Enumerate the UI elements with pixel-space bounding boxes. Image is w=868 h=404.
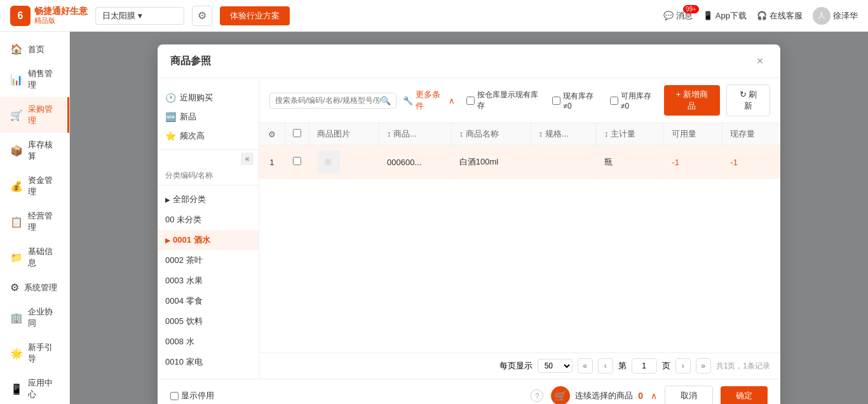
home-icon: 🏠 [10,43,23,55]
cat-beverage[interactable]: 0005 饮料 [158,311,259,332]
show-disabled-check[interactable]: 显示停用 [170,390,214,401]
modal-footer: 显示停用 ? 🛒 连续选择的商品 0 ∧ 取消 确定 [158,379,780,404]
service-button[interactable]: 🎧 在线客服 [757,10,803,22]
add-product-button[interactable]: + 新增商品 [664,85,721,116]
col-spec[interactable]: ↕ 规格... [531,123,596,145]
chevron-up-icon: ∧ [449,96,455,105]
user-area[interactable]: 人 徐泽华 [813,7,858,25]
sidebar-item-purchase[interactable]: 🛒 采购管理 [0,97,69,133]
quick-link-new[interactable]: 🆕 新品 [158,107,259,126]
sidebar-item-basic-info[interactable]: 📁 基础信息 [0,239,69,275]
cancel-button[interactable]: 取消 [665,386,713,404]
product-table: ⚙ 商品图片 ↕ 商品... ↕ 商品名称 ↕ 规格... ↕ 主计量 可用量 [259,123,780,179]
cat-liquor[interactable]: ▶ 0001 酒水 [158,230,259,250]
filter-icon: 🔧 [403,96,413,105]
col-name[interactable]: ↕ 商品名称 [451,123,531,145]
col-code[interactable]: ↕ 商品... [379,123,452,145]
filter-checkboxes: 按仓库显示现有库存 现有库存≠0 可用库存≠0 [466,90,657,111]
sidebar-item-inventory[interactable]: 📦 库存核算 [0,133,69,168]
store-selector[interactable]: 日太阳膜 ▾ [95,7,184,25]
sidebar-item-enterprise[interactable]: 🏢 企业协同 [0,300,69,335]
more-filters-button[interactable]: 🔧 更多条件 ∧ [403,89,455,112]
filter-avail-check[interactable]: 现有库存≠0 [552,91,600,111]
basic-info-icon: 📁 [10,252,23,264]
sidebar-item-label: 库存核算 [28,139,59,162]
cat-uncategorized[interactable]: 00 未分类 [158,210,259,230]
modal-close-button[interactable]: × [752,53,768,69]
cart-icon: 🛒 [551,386,570,404]
collapse-button[interactable]: « [241,152,254,165]
refresh-button[interactable]: ↻ 刷新 [726,84,770,116]
sidebar-item-operations[interactable]: 📋 经营管理 [0,204,69,239]
gear-button[interactable]: ⚙ [192,6,212,26]
cat-fruit[interactable]: 0003 水果 [158,271,259,291]
product-image: 图 [317,151,340,173]
col-unit[interactable]: ↕ 主计量 [597,123,664,145]
col-stock: 现存量 [722,123,780,145]
filter-avail-label: 现有库存≠0 [563,91,600,111]
product-table-container: ⚙ 商品图片 ↕ 商品... ↕ 商品名称 ↕ 规格... ↕ 主计量 可用量 [259,123,780,353]
search-toolbar: 🔍 🔧 更多条件 ∧ 按仓库显示现有库存 [259,78,780,123]
cart-collapse-button[interactable]: ∧ [651,391,657,401]
sidebar-item-label: 应用中心 [28,377,59,400]
sidebar-item-system[interactable]: ⚙ 系统管理 [0,275,69,300]
pagination: 每页显示 50 20 100 « ‹ 第 页 › [259,353,780,379]
select-all-checkbox[interactable] [293,129,301,137]
cat-appliance[interactable]: 0010 家电 [158,352,259,372]
sidebar-item-label: 新手引导 [28,342,59,365]
product-search-input[interactable] [275,96,381,105]
sidebar-item-label: 采购管理 [28,104,57,126]
sidebar-item-home[interactable]: 🏠 首页 [0,37,69,62]
table-row[interactable]: 1 图 000600... 白酒100ml 瓶 [259,145,780,179]
enterprise-icon: 🏢 [10,312,23,324]
cat-snack[interactable]: 0004 零食 [158,291,259,311]
sidebar-item-label: 经营管理 [28,210,59,233]
filter-stock-check[interactable]: 按仓库显示现有库存 [466,90,542,111]
filter-usable-check[interactable]: 可用库存≠0 [610,91,658,111]
confirm-button[interactable]: 确定 [721,386,768,404]
footer-right: ? 🛒 连续选择的商品 0 ∧ 取消 确定 [531,386,768,404]
quick-link-recent[interactable]: 🕐 近期购买 [158,88,259,107]
trial-button[interactable]: 体验行业方案 [220,6,290,25]
help-button[interactable]: ? [531,389,543,402]
page-number-input[interactable] [632,358,657,374]
sidebar-item-finance[interactable]: 💰 资金管理 [0,168,69,204]
sidebar: 🏠 首页 📊 销售管理 🛒 采购管理 📦 库存核算 💰 资金管理 📋 经营管理 … [0,32,70,404]
cat-water[interactable]: 0008 水 [158,332,259,352]
sidebar-item-label: 系统管理 [24,282,57,293]
sidebar-item-app-center[interactable]: 📱 应用中心 [0,371,69,404]
message-button[interactable]: 💬 消息 99+ [663,10,693,22]
row-num: 1 [259,145,285,179]
cat-all[interactable]: ▶ 全部分类 [158,189,259,210]
app-label: App下载 [715,10,747,22]
filter-stock-checkbox[interactable] [466,97,475,105]
row-checkbox[interactable] [285,145,309,179]
system-icon: ⚙ [10,281,19,293]
next-page-button[interactable]: › [675,358,691,374]
filter-avail-checkbox[interactable] [552,97,560,105]
app-download-button[interactable]: 📱 App下载 [703,10,747,22]
quick-link-label: 近期购买 [180,92,213,104]
cat-label: 0005 饮料 [165,316,203,327]
quick-link-frequent[interactable]: ⭐ 频次高 [158,126,259,145]
new-icon: 🆕 [165,112,176,122]
category-search-input[interactable] [165,171,259,180]
row-select-checkbox[interactable] [293,157,301,165]
last-page-button[interactable]: » [696,358,711,374]
show-disabled-checkbox[interactable] [170,392,179,400]
cat-label: 0004 零食 [165,295,203,307]
first-page-button[interactable]: « [578,358,593,374]
app-center-icon: 📱 [10,383,23,395]
page-label: 第 [618,360,627,372]
sidebar-item-sales[interactable]: 📊 销售管理 [0,62,69,97]
per-page-select[interactable]: 50 20 100 [538,359,573,373]
cat-tea[interactable]: 0002 茶叶 [158,250,259,271]
filter-usable-checkbox[interactable] [610,97,618,105]
sidebar-item-label: 基础信息 [28,246,59,269]
cat-label: 0010 家电 [165,356,203,368]
right-panel: 🔍 🔧 更多条件 ∧ 按仓库显示现有库存 [259,78,780,379]
quick-link-label: 频次高 [180,130,205,142]
sidebar-item-guide[interactable]: 🌟 新手引导 [0,335,69,371]
prev-page-button[interactable]: ‹ [598,358,613,374]
cat-arrow-icon: ▶ [165,196,170,203]
